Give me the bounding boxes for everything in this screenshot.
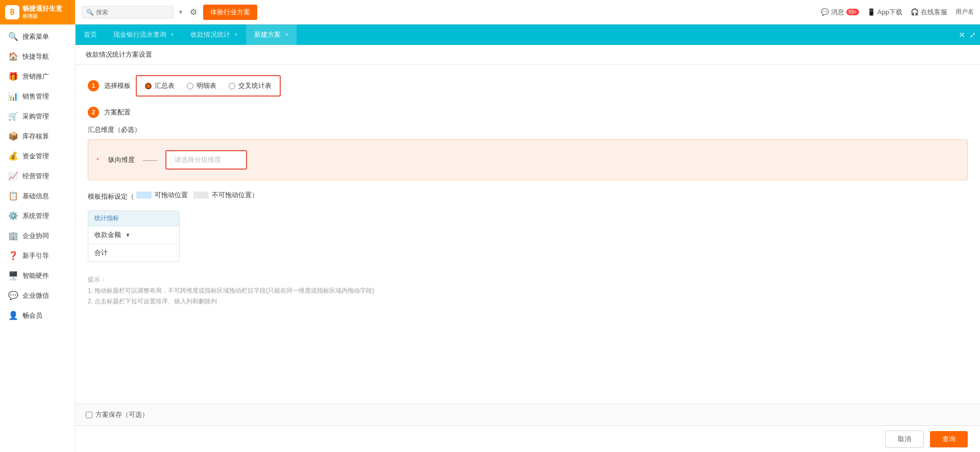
indicator-section: 模板指标设定（ 可拖动位置 不可拖动位置） 统计指标 收款 (88, 191, 968, 262)
sidebar-item-guide[interactable]: ❓ 新手引导 (0, 246, 75, 266)
tab-bank-flow-label: 现金银行流水查询 (113, 30, 166, 39)
sidebar-label-marketing: 营销推广 (22, 72, 49, 81)
radio-detail-input[interactable] (187, 83, 193, 89)
sidebar-item-hardware[interactable]: 🖥️ 智能硬件 (0, 266, 75, 286)
sidebar-item-basic-info[interactable]: 📋 基础信息 (0, 186, 75, 206)
sidebar-item-system[interactable]: ⚙️ 系统管理 (0, 206, 75, 226)
sidebar-item-marketing[interactable]: 🎁 营销推广 (0, 66, 75, 86)
sidebar-item-search-menu[interactable]: 🔍 搜索菜单 (0, 27, 75, 46)
enterprise-icon: 🏢 (8, 231, 18, 241)
tab-bank-flow[interactable]: 现金银行流水查询 × (105, 25, 182, 45)
indicator-row-total: 合计 (88, 244, 179, 261)
download-icon: 📱 (867, 8, 875, 16)
radio-summary-label: 汇总表 (155, 81, 175, 90)
app-download-button[interactable]: 📱 App下载 (867, 8, 902, 17)
user-name[interactable]: 用户名 (955, 8, 974, 16)
marketing-icon: 🎁 (8, 72, 18, 81)
finance-icon: 💰 (8, 151, 18, 161)
search-icon: 🔍 (86, 9, 94, 16)
dimension-placeholder: 请选择分组维度 (175, 155, 221, 164)
search-input[interactable] (96, 9, 157, 16)
sidebar-item-sales[interactable]: 📊 销售管理 (0, 86, 75, 106)
sidebar-label-guide: 新手引导 (22, 251, 49, 260)
save-checkbox-label: 方案保存（可选） (95, 410, 149, 419)
indicator-receipt-label: 收款金额 (94, 230, 121, 240)
operations-icon: 📈 (8, 171, 18, 181)
hint-item-2: 2. 点击标题栏下拉可设置排序、插入列和删除列 (88, 296, 968, 307)
top-header: 🔍 ▼ ⚙ 体验行业方案 💬 消息 99+ 📱 App下载 🎧 在线客服 用户名 (76, 0, 980, 25)
sidebar-label-sales: 销售管理 (22, 92, 49, 101)
dimension-area: * 纵向维度 —— 请选择分组维度 (88, 139, 968, 180)
sidebar: 8 畅捷通好生意 标准版 🔍 搜索菜单 🏠 快捷导航 🎁 营销推广 📊 销售管理… (0, 0, 76, 452)
sidebar-label-finance: 资金管理 (22, 152, 49, 161)
cancel-button[interactable]: 取消 (885, 431, 924, 448)
dropdown-icon[interactable]: ▼ (125, 232, 131, 238)
step1-number: 1 (88, 80, 99, 91)
service-icon: 🎧 (911, 8, 919, 16)
indicator-label: 模板指标设定（ 可拖动位置 不可拖动位置） (88, 191, 968, 201)
radio-detail[interactable]: 明细表 (187, 81, 216, 90)
sidebar-label-enterprise: 企业协同 (22, 231, 49, 241)
inventory-icon: 📦 (8, 131, 18, 141)
form-container: 1 选择模板 汇总表 明细表 交叉统计表 (76, 65, 980, 403)
step2-title: 方案配置 (104, 108, 131, 117)
dimension-arrow: —— (143, 156, 157, 164)
tab-bank-flow-close[interactable]: × (170, 31, 174, 38)
sidebar-item-quick-nav[interactable]: 🏠 快捷导航 (0, 46, 75, 66)
sidebar-item-purchase[interactable]: 🛒 采购管理 (0, 106, 75, 126)
sidebar-item-member[interactable]: 👤 畅会员 (0, 305, 75, 325)
sidebar-label-purchase: 采购管理 (22, 112, 49, 121)
tab-bar: 首页 现金银行流水查询 × 收款情况统计 × 新建方案 × ✕ ⤢ (76, 25, 980, 45)
hint-item-1: 1. 拖动标题栏可以调整布局，不可跨维度或指标区域拖动栏目字段(只能在同一维度或… (88, 286, 968, 297)
system-icon: ⚙️ (8, 211, 18, 221)
sidebar-item-operations[interactable]: 📈 经营管理 (0, 166, 75, 186)
radio-crosstab-input[interactable] (229, 83, 235, 89)
sidebar-label-hardware: 智能硬件 (22, 271, 49, 280)
online-service-button[interactable]: 🎧 在线客服 (911, 8, 947, 17)
gear-icon[interactable]: ⚙ (190, 7, 197, 17)
save-checkbox-input[interactable] (86, 412, 92, 418)
maximize-icon[interactable]: ⤢ (969, 30, 976, 40)
page-title: 收款情况统计方案设置 (86, 51, 152, 58)
tab-home[interactable]: 首页 (76, 25, 105, 45)
header-search-box[interactable]: 🔍 (82, 6, 174, 18)
guide-icon: ❓ (8, 251, 18, 260)
brand-name: 畅捷通好生意 (22, 5, 62, 13)
sidebar-label-member: 畅会员 (22, 311, 42, 320)
chevron-down-icon[interactable]: ▼ (178, 9, 184, 16)
sidebar-item-finance[interactable]: 💰 资金管理 (0, 146, 75, 166)
radio-crosstab[interactable]: 交叉统计表 (229, 81, 272, 90)
movable-legend-box (136, 192, 152, 199)
hardware-icon: 🖥️ (8, 271, 18, 280)
sidebar-label-basic-info: 基础信息 (22, 192, 49, 201)
tab-new-plan-close[interactable]: × (285, 31, 288, 38)
sales-icon: 📊 (8, 91, 18, 101)
fixed-legend-box (193, 192, 209, 199)
step1-header: 1 选择模板 汇总表 明细表 交叉统计表 (88, 75, 968, 97)
hint-section: 提示： 1. 拖动标题栏可以调整布局，不可跨维度或指标区域拖动栏目字段(只能在同… (88, 274, 968, 307)
member-icon: 👤 (8, 311, 18, 320)
radio-crosstab-label: 交叉统计表 (238, 81, 272, 90)
indicator-label-prefix: 模板指标设定（ (88, 193, 134, 200)
tab-receipt-stat-close[interactable]: × (234, 31, 238, 38)
message-button[interactable]: 💬 消息 99+ (821, 8, 859, 17)
save-checkbox[interactable]: 方案保存（可选） (86, 410, 149, 419)
tab-new-plan[interactable]: 新建方案 × (246, 25, 297, 45)
indicator-row-receipt: 收款金额 ▼ (88, 226, 179, 244)
radio-summary[interactable]: 汇总表 (145, 81, 175, 90)
query-button[interactable]: 查询 (930, 431, 968, 447)
close-window-icon[interactable]: ✕ (959, 30, 965, 40)
sidebar-item-inventory[interactable]: 📦 库存核算 (0, 126, 75, 146)
dimension-group-label: 汇总维度（必选） (88, 125, 968, 134)
download-label: App下载 (877, 8, 902, 17)
trial-button[interactable]: 体验行业方案 (203, 5, 257, 20)
tab-receipt-stat[interactable]: 收款情况统计 × (182, 25, 246, 45)
service-label: 在线客服 (921, 8, 947, 17)
step2-section: 2 方案配置 汇总维度（必选） * 纵向维度 —— 请选择分组维度 (88, 107, 968, 307)
indicator-movable-label: 可拖动位置 (155, 191, 188, 200)
sidebar-item-wechat[interactable]: 💬 企业微信 (0, 286, 75, 305)
radio-summary-input[interactable] (145, 83, 152, 89)
sidebar-item-enterprise[interactable]: 🏢 企业协同 (0, 226, 75, 246)
dimension-select-box[interactable]: 请选择分组维度 (165, 150, 247, 170)
radio-detail-label: 明细表 (197, 81, 216, 90)
